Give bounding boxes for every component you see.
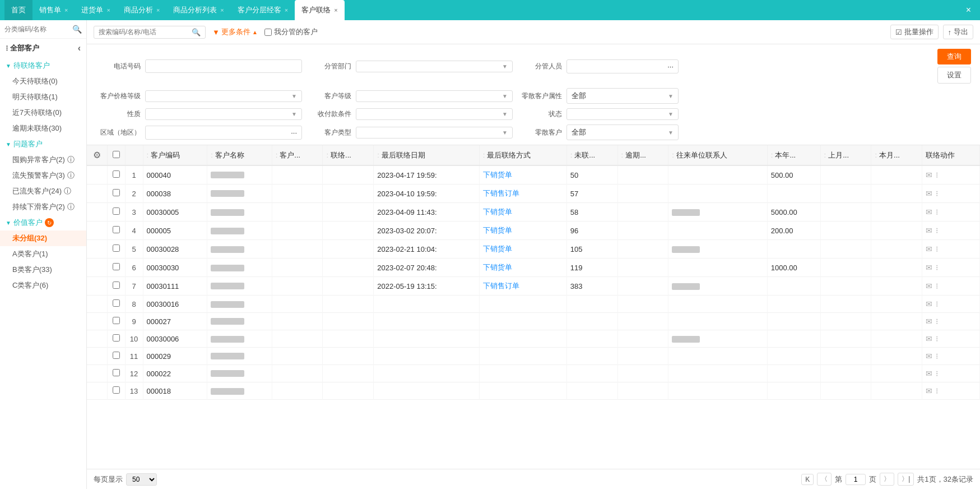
this-year-column-header[interactable]: :本年... (767, 145, 820, 165)
no-contact-column-header[interactable]: :未联... (566, 145, 617, 165)
close-product-analysis-tab[interactable]: × (156, 7, 160, 13)
sidebar-item-today[interactable]: 今天待联络(0) (0, 73, 86, 89)
customer-type-select[interactable]: ▼ (356, 127, 513, 139)
prev-page-button[interactable]: 〈 (817, 473, 832, 486)
row-checkbox[interactable] (113, 369, 120, 376)
region-select[interactable]: ··· (145, 126, 302, 140)
row-checkbox[interactable] (113, 334, 120, 342)
row-checkbox[interactable] (113, 386, 120, 394)
last-contact-date-column-header[interactable]: :最后联络日期 (374, 145, 479, 165)
close-purchase-tab[interactable]: × (106, 7, 110, 13)
sidebar-item-tomorrow[interactable]: 明天待联络(1) (0, 89, 86, 105)
more-actions-icon[interactable]: ⁝ (936, 263, 938, 272)
message-icon[interactable]: ✉ (926, 317, 932, 326)
last-month-column-header[interactable]: :上月... (820, 145, 871, 165)
last-contact-type-link[interactable]: 下销货单 (483, 170, 512, 179)
last-contact-type-link[interactable]: 下销货单 (483, 226, 512, 234)
more-actions-icon[interactable]: ⁝ (936, 369, 938, 378)
tab-purchase[interactable]: 进货单 × (75, 0, 117, 20)
name-column-header[interactable]: :客户名称 (207, 145, 272, 165)
row-checkbox[interactable] (113, 263, 120, 270)
tab-product-analysis[interactable]: 商品分析 × (117, 0, 166, 20)
this-month-column-header[interactable]: :本月... (871, 145, 922, 165)
batch-operation-button[interactable]: ☑ 批量操作 (890, 25, 939, 39)
close-all-tabs[interactable]: × (962, 5, 976, 15)
sidebar-group-pending[interactable]: ▼ 待联络客户 (0, 58, 86, 73)
select-all-checkbox[interactable] (113, 151, 120, 158)
tab-home[interactable]: 首页 (4, 0, 32, 20)
more-actions-icon[interactable]: ⁝ (936, 352, 938, 361)
my-customers-checkbox[interactable]: 我分管的客户 (264, 27, 318, 37)
value-refresh-icon[interactable]: ↻ (45, 218, 54, 227)
last-contact-type-link[interactable]: 下销货单 (483, 207, 512, 216)
page-size-select[interactable]: 50 20 100 (126, 473, 157, 486)
close-product-analysis-list-tab[interactable]: × (220, 7, 224, 13)
next-page-button[interactable]: 〉 (880, 473, 894, 486)
message-icon[interactable]: ✉ (926, 282, 932, 290)
row-checkbox[interactable] (113, 282, 120, 289)
close-customer-contact-tab[interactable]: × (334, 7, 337, 13)
tab-sales[interactable]: 销售单 × (32, 0, 75, 20)
message-icon[interactable]: ✉ (926, 263, 932, 272)
first-page-button[interactable]: K (801, 474, 814, 485)
more-actions-icon[interactable]: ⁝ (936, 189, 938, 198)
row-checkbox[interactable] (113, 317, 120, 324)
manager-input[interactable]: ··· (566, 59, 679, 73)
sidebar-group-value[interactable]: ▼ 价值客户 ↻ (0, 215, 86, 230)
message-icon[interactable]: ✉ (926, 226, 932, 235)
last-page-button[interactable]: 〉| (898, 473, 914, 486)
row-checkbox[interactable] (113, 189, 120, 196)
close-customer-segment-tab[interactable]: × (285, 7, 288, 13)
code-column-header[interactable]: :客户编码 (143, 145, 207, 165)
more-conditions-button[interactable]: ▼ 更多条件 ▲ (212, 27, 258, 37)
last-contact-type-link[interactable]: 下销货单 (483, 263, 512, 271)
dept-select[interactable]: ▼ (356, 61, 513, 72)
scatter-customer-select[interactable]: 全部▼ (566, 124, 679, 140)
search-input[interactable] (99, 28, 192, 36)
phone-input[interactable] (145, 59, 302, 73)
customer-level-select[interactable]: ▼ (356, 90, 513, 102)
more-actions-icon[interactable]: ⁝ (936, 245, 938, 253)
sidebar-group-problem[interactable]: ▼ 问题客户 (0, 136, 86, 152)
sidebar-item-near7[interactable]: 近7天待联络(0) (0, 105, 86, 121)
sidebar-item-typeB[interactable]: B类客户(33) (0, 262, 86, 278)
sidebar-item-abnormal[interactable]: 囤购异常客户(2) ⓘ (0, 152, 86, 168)
search-icon[interactable]: 🔍 (192, 28, 201, 36)
more-actions-icon[interactable]: ⁝ (936, 317, 938, 326)
row-checkbox[interactable] (113, 245, 120, 252)
sidebar-search-input[interactable] (4, 25, 70, 33)
message-icon[interactable]: ✉ (926, 299, 932, 308)
sidebar-item-lost[interactable]: 已流失客户(24) ⓘ (0, 183, 86, 199)
my-customers-check[interactable] (264, 29, 272, 36)
message-icon[interactable]: ✉ (926, 352, 932, 361)
sidebar-item-typeA[interactable]: A类客户(1) (0, 246, 86, 262)
last-contact-type-link[interactable]: 下销售订单 (483, 189, 519, 197)
more-actions-icon[interactable]: ⁝ (936, 386, 938, 395)
message-icon[interactable]: ✉ (926, 189, 932, 198)
message-icon[interactable]: ✉ (926, 386, 932, 395)
scatter-attr-select[interactable]: 全部▼ (566, 88, 679, 104)
message-icon[interactable]: ✉ (926, 170, 932, 179)
row-checkbox[interactable] (113, 299, 120, 307)
sidebar-item-churn[interactable]: 流失预警客户(3) ⓘ (0, 168, 86, 183)
more-actions-icon[interactable]: ⁝ (936, 299, 938, 308)
tab-customer-contact[interactable]: 客户联络 × (295, 0, 344, 20)
last-contact-type-column-header[interactable]: :最后联络方式 (479, 145, 566, 165)
status-select[interactable]: ▼ (566, 108, 679, 120)
message-icon[interactable]: ✉ (926, 207, 932, 216)
row-checkbox[interactable] (113, 170, 120, 178)
message-icon[interactable]: ✉ (926, 245, 932, 253)
row-checkbox[interactable] (113, 226, 120, 233)
message-icon[interactable]: ✉ (926, 334, 932, 343)
overdue-column-header[interactable]: :逾期... (617, 145, 668, 165)
tab-customer-segment[interactable]: 客户分层经客 × (231, 0, 295, 20)
more-actions-icon[interactable]: ⁝ (936, 282, 938, 290)
unit-contact-column-header[interactable]: :往来单位联系人 (668, 145, 767, 165)
row-checkbox[interactable] (113, 352, 120, 359)
payment-select[interactable]: ▼ (356, 108, 513, 120)
price-level-select[interactable]: ▼ (145, 90, 302, 102)
message-icon[interactable]: ✉ (926, 369, 932, 378)
sidebar-item-overdue[interactable]: 逾期未联络(30) (0, 121, 86, 136)
sidebar-search-icon[interactable]: 🔍 (72, 25, 82, 34)
sidebar-item-typeC[interactable]: C类客户(6) (0, 278, 86, 293)
